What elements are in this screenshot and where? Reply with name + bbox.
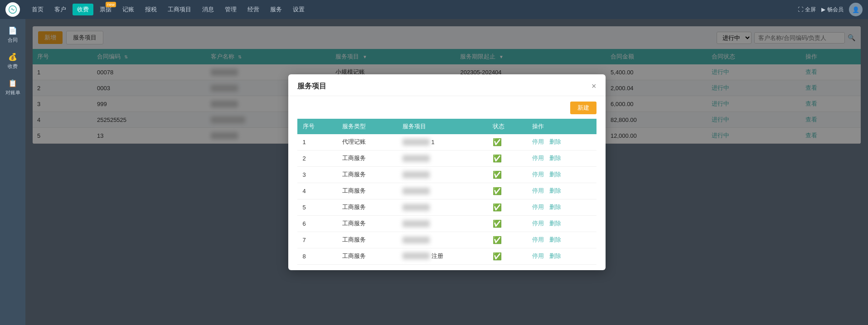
list-item: 2 工商服务 ✅ 停用 删除 (297, 150, 596, 166)
modal-cell-type: 工商服务 (337, 215, 397, 232)
status-active-icon: ✅ (493, 138, 502, 146)
nav-charge[interactable]: 收费 (73, 4, 93, 15)
delete-link[interactable]: 删除 (549, 220, 561, 227)
modal-toolbar: 新建 (297, 102, 596, 114)
nav-manage[interactable]: 管理 (220, 4, 241, 15)
delete-link[interactable]: 删除 (549, 236, 561, 243)
modal-cell-action: 停用 删除 (527, 134, 596, 150)
modal-cell-status: ✅ (487, 215, 527, 232)
modal-cell-item (397, 232, 487, 248)
member-btn[interactable]: ▶ 畅会员 (821, 6, 844, 14)
modal-cell-status: ✅ (487, 150, 527, 166)
nav-business2[interactable]: 经营 (243, 4, 264, 15)
modal-cell-type: 工商服务 (337, 232, 397, 248)
delete-link[interactable]: 删除 (549, 138, 561, 145)
modal-new-button[interactable]: 新建 (570, 102, 596, 114)
nav-home[interactable]: 首页 (27, 4, 48, 15)
modal-cell-action: 停用 删除 (527, 248, 596, 264)
modal-cell-type: 工商服务 (337, 183, 397, 199)
member-label: 畅会员 (827, 6, 844, 14)
nav-invoice-wrapper: 票据 new (95, 4, 116, 15)
sidebar-item-charge[interactable]: 💰 收费 (1, 49, 24, 73)
list-item: 4 工商服务 ✅ 停用 删除 (297, 183, 596, 199)
nav-tax[interactable]: 报税 (141, 4, 161, 15)
avatar[interactable]: 👤 (849, 3, 863, 16)
nav-business[interactable]: 工商项目 (163, 4, 196, 15)
modal-col-action: 操作 (527, 119, 596, 134)
modal-cell-type: 代理记账 (337, 134, 397, 150)
disable-link[interactable]: 停用 (532, 187, 544, 194)
fullscreen-icon: ⛶ (798, 6, 803, 13)
disable-link[interactable]: 停用 (532, 138, 544, 145)
top-nav-right: ⛶ 全屏 ▶ 畅会员 👤 (798, 3, 863, 16)
delete-link[interactable]: 删除 (549, 171, 561, 178)
disable-link[interactable]: 停用 (532, 204, 544, 210)
nav-menu: 首页 客户 收费 票据 new 记账 报税 工商项目 消息 管理 经营 服务 设… (27, 4, 798, 15)
sidebar-label-contract: 合同 (8, 37, 18, 44)
modal-cell-type: 工商服务 (337, 248, 397, 264)
modal-cell-seq: 7 (297, 232, 337, 248)
modal-cell-seq: 5 (297, 199, 337, 215)
sidebar-label-statement: 对账单 (5, 89, 20, 96)
main-content: 新增 服务项目 进行中 已完成 全部 🔍 序号 合同编码 (25, 19, 868, 325)
sidebar-item-statement[interactable]: 📋 对账单 (1, 75, 24, 100)
delete-link[interactable]: 删除 (549, 252, 561, 259)
status-active-icon: ✅ (493, 155, 502, 162)
modal-col-type: 服务类型 (337, 119, 397, 134)
modal-cell-action: 停用 删除 (527, 166, 596, 183)
modal-cell-item (397, 150, 487, 166)
modal-cell-type: 工商服务 (337, 166, 397, 183)
modal-cell-item (397, 199, 487, 215)
list-item: 3 工商服务 ✅ 停用 删除 (297, 166, 596, 183)
nav-service[interactable]: 服务 (266, 4, 286, 15)
disable-link[interactable]: 停用 (532, 252, 544, 259)
modal-title: 服务项目 (297, 82, 326, 91)
modal-cell-status: ✅ (487, 134, 527, 150)
member-icon: ▶ (821, 6, 825, 13)
modal-table-header: 序号 服务类型 服务项目 状态 操作 (297, 119, 596, 134)
modal-header: 服务项目 × (288, 74, 606, 96)
modal-cell-type: 工商服务 (337, 199, 397, 215)
service-items-modal: 服务项目 × 新建 序号 服务类型 服务项目 (288, 74, 606, 270)
status-active-icon: ✅ (493, 171, 502, 179)
modal-cell-seq: 8 (297, 248, 337, 264)
modal-cell-action: 停用 删除 (527, 199, 596, 215)
modal-cell-item (397, 183, 487, 199)
sidebar-label-charge: 收费 (8, 63, 18, 70)
list-item: 6 工商服务 ✅ 停用 删除 (297, 215, 596, 232)
top-navigation: 首页 客户 收费 票据 new 记账 报税 工商项目 消息 管理 经营 服务 设… (0, 0, 868, 19)
sidebar: 📄 合同 💰 收费 📋 对账单 (0, 19, 25, 325)
modal-cell-seq: 3 (297, 166, 337, 183)
charge-icon: 💰 (8, 53, 17, 61)
modal-col-seq: 序号 (297, 119, 337, 134)
fullscreen-label: 全屏 (805, 6, 816, 14)
delete-link[interactable]: 删除 (549, 187, 561, 194)
delete-link[interactable]: 删除 (549, 204, 561, 210)
disable-link[interactable]: 停用 (532, 236, 544, 243)
modal-cell-item (397, 166, 487, 183)
modal-body: 新建 序号 服务类型 服务项目 状态 操作 (288, 96, 606, 270)
status-active-icon: ✅ (493, 236, 502, 244)
nav-client[interactable]: 客户 (50, 4, 71, 15)
modal-overlay: 服务项目 × 新建 序号 服务类型 服务项目 (25, 19, 868, 325)
fullscreen-btn[interactable]: ⛶ 全屏 (798, 6, 816, 14)
modal-cell-action: 停用 删除 (527, 232, 596, 248)
nav-message[interactable]: 消息 (198, 4, 218, 15)
nav-settings[interactable]: 设置 (288, 4, 309, 15)
disable-link[interactable]: 停用 (532, 171, 544, 178)
modal-table-body: 1 代理记账 1 ✅ 停用 删除 (297, 134, 596, 265)
nav-bookkeeping[interactable]: 记账 (118, 4, 139, 15)
contract-icon: 📄 (8, 26, 17, 35)
modal-close-button[interactable]: × (592, 82, 596, 91)
disable-link[interactable]: 停用 (532, 155, 544, 161)
disable-link[interactable]: 停用 (532, 220, 544, 227)
status-active-icon: ✅ (493, 187, 502, 195)
modal-cell-item: 注册 (397, 248, 487, 264)
modal-cell-seq: 1 (297, 134, 337, 150)
delete-link[interactable]: 删除 (549, 155, 561, 161)
sidebar-item-contract[interactable]: 📄 合同 (1, 23, 24, 47)
modal-table-scroll[interactable]: 序号 服务类型 服务项目 状态 操作 1 代理记账 (297, 119, 596, 265)
list-item: 1 代理记账 1 ✅ 停用 删除 (297, 134, 596, 150)
list-item: 7 工商服务 ✅ 停用 删除 (297, 232, 596, 248)
modal-cell-seq: 4 (297, 183, 337, 199)
